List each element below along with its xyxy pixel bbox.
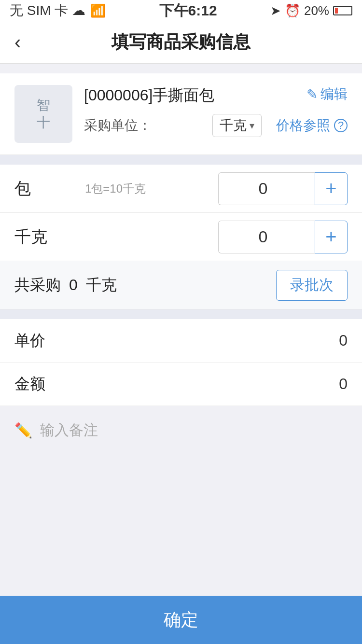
price-row: 单价 0 [0, 319, 362, 363]
bag-sublabel: 1包=10千克 [85, 181, 146, 196]
edit-icon: ✎ [306, 86, 318, 102]
chevron-down-icon: ▾ [250, 120, 254, 131]
kg-quantity-input[interactable] [218, 221, 315, 253]
price-label: 单价 [14, 330, 45, 351]
price-ref-button[interactable]: 价格参照 ? [276, 116, 348, 135]
total-unit: 千克 [86, 276, 117, 294]
note-section[interactable]: ✏️ 输入备注 [0, 406, 362, 455]
bag-input-row: 包 1包=10千克 + [0, 165, 362, 213]
product-card: 智 十 [0000006]手撕面包 ✎ 编辑 采购单位： 千克 ▾ 价格参照 ? [0, 73, 362, 155]
kg-input-right: + [218, 221, 348, 253]
amount-row: 金额 0 [0, 363, 362, 406]
price-value: 0 [339, 332, 348, 350]
product-image: 智 十 [14, 85, 72, 143]
product-name-row: [0000006]手撕面包 ✎ 编辑 [84, 85, 348, 106]
wifi-icon: 📶 [90, 3, 106, 18]
info-icon: ? [334, 119, 348, 132]
location-icon: ➤ [270, 3, 281, 18]
separator-2 [0, 309, 362, 319]
sim-status: 无 SIM 卡 ☁ [10, 1, 85, 20]
unit-label: 采购单位： [84, 116, 152, 135]
amount-value: 0 [339, 375, 348, 393]
status-right: ➤ ⏰ 20% [270, 3, 352, 18]
main-content [0, 455, 362, 600]
kg-input-row: 千克 + [0, 213, 362, 261]
product-logo: 智 十 [37, 97, 50, 132]
product-name: [0000006]手撕面包 [84, 85, 214, 106]
bag-plus-button[interactable]: + [315, 172, 348, 205]
pencil-icon: ✏️ [14, 422, 32, 439]
kg-label: 千克 [14, 226, 82, 248]
nav-bar: ‹ 填写商品采购信息 [0, 21, 362, 64]
total-amount: 0 [69, 276, 78, 294]
status-left: 无 SIM 卡 ☁ 📶 [10, 1, 106, 20]
bag-input-right: + [218, 172, 348, 205]
bottom-btn-wrap: 确定 [0, 596, 362, 644]
unit-value: 千克 [220, 116, 247, 135]
edit-label: 编辑 [320, 85, 348, 103]
confirm-button[interactable]: 确定 [0, 596, 362, 644]
price-ref-label: 价格参照 [276, 116, 330, 135]
product-info: [0000006]手撕面包 ✎ 编辑 采购单位： 千克 ▾ 价格参照 ? [84, 85, 348, 137]
kg-plus-button[interactable]: + [315, 221, 348, 253]
total-prefix: 共采购 [14, 276, 61, 294]
battery-icon [333, 6, 352, 15]
battery-percent: 20% [304, 3, 329, 18]
note-placeholder: 输入备注 [40, 420, 98, 440]
bag-quantity-input[interactable] [218, 172, 315, 205]
total-row: 共采购 0 千克 录批次 [0, 261, 362, 309]
alarm-icon: ⏰ [285, 3, 300, 18]
edit-button[interactable]: ✎ 编辑 [306, 85, 348, 103]
amount-label: 金额 [14, 374, 45, 395]
batch-button[interactable]: 录批次 [276, 270, 348, 301]
status-bar: 无 SIM 卡 ☁ 📶 下午6:12 ➤ ⏰ 20% [0, 0, 362, 21]
unit-row: 采购单位： 千克 ▾ 价格参照 ? [84, 114, 348, 137]
status-time: 下午6:12 [159, 1, 217, 21]
unit-select[interactable]: 千克 ▾ [212, 114, 262, 137]
bag-label: 包 [14, 178, 82, 200]
page-title: 填写商品采购信息 [111, 30, 251, 54]
back-button[interactable]: ‹ [14, 31, 30, 53]
total-text: 共采购 0 千克 [14, 275, 117, 296]
separator-1 [0, 155, 362, 165]
